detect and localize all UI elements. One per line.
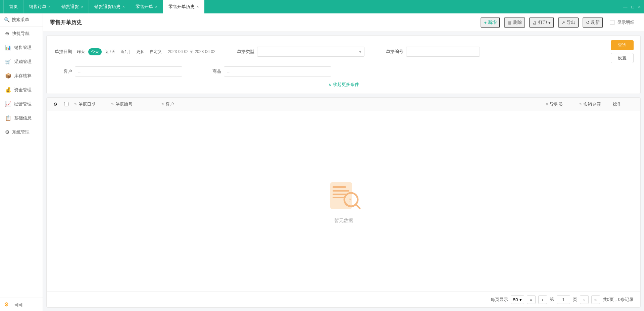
delete-label: 删除 [513,19,522,25]
query-buttons: 查询 设置 [611,40,634,63]
setting-button[interactable]: 设置 [611,53,634,63]
settings-gear-icon[interactable]: ⚙ [4,301,9,308]
nav-tab-retail-open[interactable]: 零售开单 × [130,0,163,13]
sidebar-item-quick-nav[interactable]: ⊕ 快捷导航 [0,27,43,41]
th-amount-label: 实销金额 [583,101,601,107]
add-label: 新增 [488,19,497,25]
last-page-icon: » [594,297,597,302]
export-icon: ↗ [561,20,565,25]
date-btn-custom[interactable]: 自定义 [148,48,164,55]
th-order-no[interactable]: ⇅ 单据编号 [108,101,159,107]
close-sales-return-history-icon[interactable]: × [122,5,125,9]
date-btn-more[interactable]: 更多 [134,48,146,55]
sidebar-search[interactable]: 🔍 搜索采单 [0,13,43,27]
per-page-value: 50 [513,297,518,302]
show-detail-checkbox[interactable] [610,20,614,25]
delete-button[interactable]: 🗑 删除 [504,17,525,28]
sidebar-item-purchase[interactable]: 🛒 采购管理 [0,55,43,69]
sidebar-item-finance[interactable]: 💰 资金管理 [0,83,43,97]
filter-date: 单据日期 昨天 今天 近7天 近1月 更多 自定义 2023-06-02 至 2… [53,48,215,55]
export-button[interactable]: ↗ 导出 [558,17,579,28]
next-page-icon: › [583,297,585,302]
order-type-label: 单据类型 [236,49,254,55]
last-page-button[interactable]: » [591,295,600,304]
sidebar-item-basic[interactable]: 📋 基础信息 [0,111,43,125]
main-layout: 🔍 搜索采单 ⊕ 快捷导航 📊 销售管理 🛒 采购管理 📦 库存核算 💰 资金管… [0,13,644,311]
sidebar-item-system[interactable]: ⚙ 系统管理 [0,125,43,139]
page-label-end: 页 [573,297,577,303]
chevron-up-icon: ∧ [328,82,332,87]
nav-tab-home[interactable]: 首页 [3,0,23,13]
sidebar-item-sales-label: 销售管理 [14,45,32,51]
print-button[interactable]: 🖨 打印 ▾ [529,17,554,28]
collapse-row[interactable]: ∧ 收起更多条件 [53,80,634,89]
quick-nav-icon: ⊕ [5,31,9,37]
table-settings-icon[interactable]: ⚙ [50,102,61,107]
th-date[interactable]: ⇅ 单据日期 [71,101,108,107]
minimize-icon[interactable]: — [623,4,628,9]
print-chevron-icon: ▾ [548,20,551,25]
refresh-button[interactable]: ↺ 刷新 [583,17,603,28]
th-customer[interactable]: ⇅ 客户 [159,101,543,107]
nav-tabs: 首页 销售订单 × 销货退货 × 销货退货历史 × 零售开单 × 零售开单历史 … [3,0,623,13]
nav-tab-sales-return[interactable]: 销货退货 × [56,0,89,13]
th-amount[interactable]: ⇅ 实销金额 [577,101,610,107]
sidebar-item-inventory[interactable]: 📦 库存核算 [0,69,43,83]
date-btn-7days[interactable]: 近7天 [103,48,117,55]
customer-input[interactable]: ... [75,66,182,76]
nav-tab-retail-open-history-label: 零售开单历史 [168,4,195,10]
nav-tab-sales-order-label: 销售订单 [29,4,46,10]
order-no-input[interactable] [406,47,480,57]
page-actions: + 新增 🗑 删除 🖨 打印 ▾ ↗ 导出 ↺ 刷新 [481,17,637,28]
prev-page-button[interactable]: ‹ [538,295,547,304]
sidebar-item-purchase-label: 采购管理 [14,59,32,65]
per-page-select[interactable]: 50 ▾ [511,295,524,304]
window-close-icon[interactable]: × [638,4,641,9]
nav-tab-retail-open-history[interactable]: 零售开单历史 × [163,0,204,13]
filter-order-type: 单据类型 ▾ [236,47,364,57]
sidebar-item-operations[interactable]: 📈 经营管理 [0,97,43,111]
nav-tab-home-label: 首页 [9,4,18,10]
show-detail-toggle[interactable]: 显示明细 [607,18,637,27]
th-guide[interactable]: ⇅ 导购员 [543,101,577,107]
goods-dots: ... [227,69,231,74]
sidebar-bottom: ⚙ ◀◀ [0,298,43,311]
close-retail-open-icon[interactable]: × [155,5,157,9]
close-sales-return-icon[interactable]: × [81,5,83,9]
date-range-display: 2023-06-02 至 2023-06-02 [168,49,215,55]
nav-tab-sales-order[interactable]: 销售订单 × [23,0,56,13]
next-page-button[interactable]: › [580,295,589,304]
date-btn-today[interactable]: 今天 [88,48,102,55]
add-button[interactable]: + 新增 [481,17,500,28]
pagination: 每页显示 50 ▾ « ‹ 第 页 › » [47,292,640,307]
date-btn-yesterday[interactable]: 昨天 [75,48,87,55]
collapse-sidebar-icon[interactable]: ◀◀ [14,301,22,308]
query-button[interactable]: 查询 [611,40,634,50]
sidebar-search-label: 搜索采单 [12,17,29,23]
table-select-all[interactable] [61,102,71,106]
order-type-chevron-icon: ▾ [359,49,361,54]
close-retail-open-history-icon[interactable]: × [197,5,199,9]
maximize-icon[interactable]: □ [632,4,634,9]
sort-amount-icon: ⇅ [579,102,582,106]
finance-icon: 💰 [5,87,11,93]
close-sales-order-icon[interactable]: × [48,5,50,9]
page-label: 第 [550,297,554,303]
sort-guide-icon: ⇅ [546,102,548,106]
order-type-select[interactable]: ▾ [257,47,364,57]
page-number-input[interactable] [557,295,570,304]
th-order-label: 单据编号 [115,101,133,107]
first-page-button[interactable]: « [527,295,536,304]
sort-customer-icon: ⇅ [161,102,164,106]
filter-area: 单据日期 昨天 今天 近7天 近1月 更多 自定义 2023-06-02 至 2… [46,35,641,94]
date-btn-1month[interactable]: 近1月 [119,48,133,55]
top-navigation: 首页 销售订单 × 销货退货 × 销货退货历史 × 零售开单 × 零售开单历史 … [0,0,644,13]
show-detail-label: 显示明细 [617,19,635,25]
sort-date-icon: ⇅ [74,102,77,106]
select-all-checkbox[interactable] [64,102,68,106]
nav-tab-sales-return-history[interactable]: 销货退货历史 × [89,0,130,13]
goods-input[interactable]: ... [224,66,331,76]
sidebar-item-sales[interactable]: 📊 销售管理 [0,41,43,55]
system-icon: ⚙ [5,129,9,135]
th-guide-label: 导购员 [550,101,563,107]
